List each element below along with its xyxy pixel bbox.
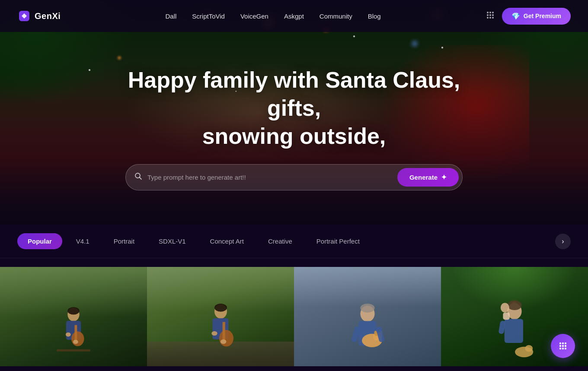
nav-link-scripttovid[interactable]: ScriptToVid — [192, 13, 225, 20]
svg-point-5 — [489, 14, 491, 16]
svg-point-3 — [492, 12, 494, 13]
nav-links: Dall ScriptToVid VoiceGen Askgpt Communi… — [165, 13, 380, 20]
tab-portrait[interactable]: Portrait — [103, 233, 145, 249]
card3-person — [294, 297, 441, 366]
svg-point-45 — [565, 342, 566, 344]
generate-button[interactable]: Generate ✦ — [397, 168, 459, 187]
hero-section: ● ● ● ● ● ● ● ● Happy family with Santa … — [0, 0, 588, 225]
svg-point-43 — [559, 342, 561, 344]
tab-v41[interactable]: V4.1 — [66, 233, 100, 249]
svg-point-12 — [67, 307, 79, 315]
svg-point-16 — [66, 333, 71, 337]
tab-sdxl[interactable]: SDXL-V1 — [148, 233, 196, 249]
diamond-icon: 💎 — [511, 12, 520, 20]
svg-point-27 — [360, 304, 374, 313]
nav-link-voicegen[interactable]: VoiceGen — [240, 13, 268, 20]
svg-rect-37 — [505, 319, 523, 342]
fab-grid-icon — [558, 341, 568, 351]
search-input[interactable] — [147, 174, 392, 181]
svg-point-48 — [565, 345, 566, 347]
tab-portrait-perfect[interactable]: Portrait Perfect — [306, 233, 370, 249]
tab-next-arrow[interactable]: › — [555, 234, 571, 249]
hero-content: Happy family with Santa Claus, gifts, sn… — [0, 0, 588, 225]
svg-rect-18 — [57, 349, 90, 352]
svg-point-36 — [507, 301, 521, 310]
svg-point-2 — [489, 12, 491, 13]
premium-btn-label: Get Premium — [524, 13, 561, 19]
navbar-right: 💎 Get Premium — [486, 8, 571, 25]
tab-popular[interactable]: Popular — [17, 233, 62, 249]
svg-point-50 — [562, 348, 564, 349]
image-card-guitar-1[interactable] — [0, 267, 147, 366]
hero-title: Happy family with Santa Claus, gifts, sn… — [121, 66, 467, 150]
svg-point-8 — [489, 17, 491, 19]
svg-point-9 — [492, 17, 494, 19]
tabs-section: Popular V4.1 Portrait SDXL-V1 Concept Ar… — [0, 225, 588, 258]
logo-text: GenXi — [35, 11, 61, 21]
nav-link-blog[interactable]: Blog — [368, 13, 381, 20]
logo-icon — [17, 9, 31, 23]
nav-link-dall[interactable]: Dall — [165, 13, 176, 20]
svg-point-14 — [71, 331, 84, 346]
svg-point-4 — [487, 14, 489, 16]
card2-person — [147, 297, 294, 366]
svg-point-51 — [565, 348, 566, 349]
svg-point-24 — [211, 331, 217, 336]
svg-point-20 — [214, 304, 227, 312]
svg-rect-15 — [74, 325, 77, 342]
image-card-guitar-2[interactable] — [147, 267, 294, 366]
svg-point-47 — [562, 345, 564, 347]
chevron-right-icon: › — [562, 238, 564, 245]
svg-point-38 — [501, 303, 509, 312]
svg-point-22 — [219, 330, 233, 346]
nav-link-askgpt[interactable]: Askgpt — [284, 13, 304, 20]
svg-rect-39 — [503, 312, 510, 320]
hero-title-line2: snowing outside, — [202, 124, 386, 149]
image-card-man-dog[interactable] — [294, 267, 441, 366]
card1-person — [0, 297, 147, 366]
search-icon — [134, 172, 142, 182]
svg-point-17 — [73, 340, 78, 344]
svg-point-6 — [492, 14, 494, 16]
generate-btn-label: Generate — [409, 174, 438, 181]
svg-point-44 — [562, 342, 564, 344]
get-premium-button[interactable]: 💎 Get Premium — [502, 8, 571, 25]
tab-list: Popular V4.1 Portrait SDXL-V1 Concept Ar… — [17, 233, 555, 249]
svg-point-46 — [559, 345, 561, 347]
hero-title-line1: Happy family with Santa Claus, gifts, — [128, 67, 460, 120]
svg-point-42 — [525, 345, 533, 352]
sparkle-icon: ✦ — [441, 173, 447, 181]
svg-point-7 — [487, 17, 489, 19]
svg-point-49 — [559, 348, 561, 349]
image-grid — [0, 258, 588, 371]
svg-point-1 — [487, 12, 489, 13]
logo-area: GenXi — [17, 9, 61, 23]
svg-rect-23 — [222, 322, 225, 341]
tab-concept-art[interactable]: Concept Art — [200, 233, 254, 249]
search-bar: Generate ✦ — [125, 164, 463, 190]
nav-link-community[interactable]: Community — [320, 13, 352, 20]
apps-grid-icon[interactable] — [486, 10, 495, 22]
tab-creative[interactable]: Creative — [258, 233, 303, 249]
fab-button[interactable] — [551, 334, 575, 358]
svg-point-25 — [220, 339, 226, 344]
navbar: GenXi Dall ScriptToVid VoiceGen Askgpt C… — [0, 0, 588, 32]
